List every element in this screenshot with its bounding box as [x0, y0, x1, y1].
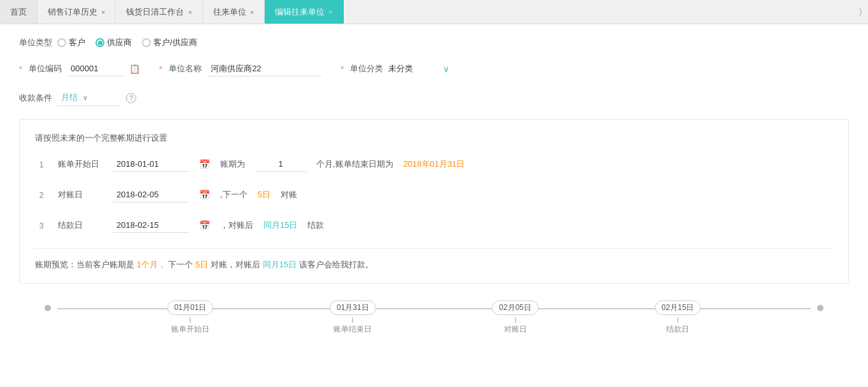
unit-name-input[interactable] [207, 61, 321, 76]
tab-bar: 首页 销售订单历史 × 钱货日清工作台 × 往来单位 × 编辑往来单位 × 〉 [0, 0, 868, 24]
tab-contacts-close[interactable]: × [250, 8, 254, 16]
row3-cal-icon[interactable]: 📅 [199, 220, 210, 230]
timeline-tick-4 [677, 318, 678, 323]
radio-both[interactable]: 客户/供应商 [142, 37, 197, 48]
timeline-badge-3: 02月05日 [492, 300, 538, 315]
unit-class-arrow: ∨ [443, 64, 449, 74]
row2-cal-icon[interactable]: 📅 [199, 190, 210, 200]
radio-supplier-label: 供应商 [107, 37, 132, 48]
row1-highlight: 2018年01月31日 [403, 158, 465, 170]
row1-num: 1 [35, 160, 48, 169]
unit-info-row: * 单位编码 📋 * 单位名称 * 单位分类 未分类 ∨ [19, 61, 849, 76]
preview-label: 账期预览：当前客户账期是 [35, 260, 134, 269]
unit-class-field: * 单位分类 未分类 ∨ [340, 63, 484, 74]
row1-desc-suffix: 个月,账单结束日期为 [316, 158, 393, 170]
row2-desc-prefix: ,下一个 [220, 189, 248, 201]
timeline-badge-4: 02月15日 [655, 300, 701, 315]
timeline-badge-2: 01月31日 [330, 300, 376, 315]
timeline-label-1: 账单开始日 [171, 324, 209, 335]
timeline-tick-3 [515, 318, 516, 323]
payment-terms-label: 收款条件 [19, 92, 52, 104]
tab-more-button[interactable]: 〉 [853, 0, 868, 24]
row-billing-start: 1 账单开始日 📅 账期为 个月,账单结束日期为 2018年01月31日 [35, 157, 833, 172]
preview-middle1: 下一个 [168, 260, 193, 269]
timeline-label-2: 账单结束日 [333, 324, 372, 335]
unit-name-field: * 单位名称 [159, 61, 321, 76]
unit-class-required: * [340, 64, 344, 74]
row3-date-input[interactable] [113, 218, 189, 233]
preview-highlight3: 同月15日 [263, 260, 297, 269]
tab-cash-work-close[interactable]: × [188, 8, 192, 16]
payment-terms-help[interactable]: ? [126, 93, 136, 103]
timeline-label-4: 结款日 [666, 324, 689, 335]
tab-home-label: 首页 [10, 6, 27, 18]
timeline-dot-end [817, 305, 823, 311]
radio-customer-label: 客户 [69, 37, 85, 48]
tab-home[interactable]: 首页 [0, 0, 38, 24]
radio-both-circle [142, 38, 151, 47]
payment-terms-arrow: ∨ [83, 94, 88, 102]
row1-desc-prefix: 账期为 [220, 158, 245, 170]
row2-highlight1: 5日 [258, 189, 270, 201]
row1-period-input[interactable] [255, 157, 306, 172]
payment-terms-value: 月结 [61, 92, 78, 103]
row3-desc-prefix: ，对账后 [220, 220, 253, 231]
radio-customer[interactable]: 客户 [57, 37, 85, 48]
payment-terms-select[interactable]: 月结 ∨ [57, 89, 121, 106]
tab-contacts[interactable]: 往来单位 × [203, 0, 265, 24]
unit-class-dropdown[interactable]: 未分类 ∨ [388, 63, 484, 74]
timeline-end-dot [817, 300, 823, 311]
main-content: 单位类型 客户 供应商 客户/供应商 * 单位编码 [0, 24, 868, 387]
row-reconcile: 2 对账日 📅 ,下一个 5日 对账 [35, 187, 833, 202]
timeline-dot-start [45, 305, 51, 311]
tab-sales-history-label: 销售订单历史 [48, 6, 97, 18]
radio-both-label: 客户/供应商 [153, 37, 197, 48]
timeline-badge-1: 01月01日 [167, 300, 214, 315]
unit-class-label: 单位分类 [350, 63, 383, 74]
preview-middle2: 对账，对账后 [211, 260, 260, 269]
preview-suffix: 该客户会给我打款。 [299, 260, 374, 269]
timeline-start-dot [45, 300, 51, 311]
row1-date-input[interactable] [113, 157, 189, 172]
row3-highlight1: 同月15日 [263, 220, 297, 231]
section-title: 请按照未来的一个完整帐期进行设置 [35, 132, 833, 144]
unit-code-icon[interactable]: 📋 [129, 64, 140, 74]
tab-edit-contacts-close[interactable]: × [328, 8, 332, 16]
row3-desc-suffix: 结款 [307, 220, 324, 231]
row3-label: 结款日 [58, 220, 102, 231]
row2-num: 2 [35, 190, 48, 200]
tab-contacts-label: 往来单位 [213, 6, 246, 18]
row1-cal-icon[interactable]: 📅 [199, 159, 210, 169]
unit-name-label: 单位名称 [169, 63, 202, 74]
settings-section: 请按照未来的一个完整帐期进行设置 1 账单开始日 📅 账期为 个月,账单结束日期… [19, 119, 849, 284]
row3-num: 3 [35, 221, 48, 230]
radio-supplier[interactable]: 供应商 [95, 37, 132, 48]
unit-code-field: * 单位编码 📋 [19, 61, 140, 76]
payment-terms-row: 收款条件 月结 ∨ ? [19, 89, 849, 106]
unit-type-row: 单位类型 客户 供应商 客户/供应商 [19, 37, 849, 48]
tab-edit-contacts-label: 编辑往来单位 [275, 6, 325, 18]
timeline-tick-1 [190, 318, 191, 323]
unit-code-input[interactable] [67, 61, 124, 76]
unit-code-required: * [19, 64, 22, 74]
timeline-point-3: 02月05日 对账日 [492, 300, 538, 335]
row2-label: 对账日 [58, 189, 102, 201]
tab-cash-work[interactable]: 钱货日清工作台 × [116, 0, 202, 24]
timeline-point-4: 02月15日 结款日 [655, 300, 701, 335]
timeline-point-2: 01月31日 账单结束日 [330, 300, 376, 335]
tab-edit-contacts[interactable]: 编辑往来单位 × [265, 0, 343, 24]
row-payment: 3 结款日 📅 ，对账后 同月15日 结款 [35, 218, 833, 233]
unit-class-value: 未分类 [388, 63, 439, 74]
preview-section: 账期预览：当前客户账期是 1个月， 下一个 5日 对账，对账后 同月15日 该客… [35, 248, 833, 271]
unit-name-required: * [159, 64, 162, 74]
unit-type-label: 单位类型 [19, 37, 52, 48]
tab-sales-history-close[interactable]: × [101, 8, 105, 16]
timeline-tick-2 [352, 318, 353, 323]
radio-supplier-circle [95, 38, 104, 47]
unit-code-label: 单位编码 [29, 63, 62, 74]
preview-highlight2: 5日 [195, 260, 208, 269]
row2-date-input[interactable] [113, 187, 189, 202]
tab-sales-history[interactable]: 销售订单历史 × [38, 0, 116, 24]
row2-desc-suffix: 对账 [281, 189, 297, 201]
timeline-section: 01月01日 账单开始日 01月31日 账单结束日 02月05日 对账日 02月… [19, 294, 849, 354]
